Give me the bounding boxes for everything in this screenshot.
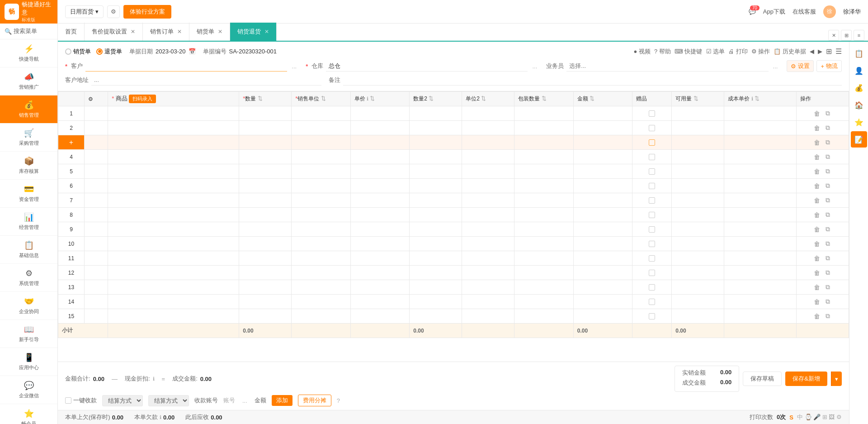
add-row-unit[interactable] <box>292 135 351 150</box>
col-avail-sort[interactable]: ⇅ <box>693 95 698 102</box>
tab-sales-order[interactable]: 销售订单 ✕ <box>143 23 189 41</box>
price-info-icon[interactable]: ℹ <box>367 96 368 101</box>
tab-price-extract[interactable]: 售价提取设置 ✕ <box>85 23 143 41</box>
col-pack-sort[interactable]: ⇅ <box>542 95 547 102</box>
calc-select[interactable]: 结算方式 <box>148 395 189 406</box>
toolbar-select[interactable]: ☑ 选单 <box>706 48 725 56</box>
add-row-product[interactable] <box>108 135 239 150</box>
sidebar-item-vip[interactable]: ⭐ 畅会员 <box>0 404 57 424</box>
tab-prev-btn[interactable]: ✕ <box>828 30 839 41</box>
row-gift-2[interactable] <box>632 121 672 135</box>
row-unit2-1[interactable] <box>462 106 514 121</box>
copy-icon[interactable]: ⧉ <box>824 269 832 277</box>
tab-list-btn[interactable]: ≡ <box>854 30 864 41</box>
sidebar-item-shortcuts[interactable]: ⚡ 快捷导航 <box>0 39 57 67</box>
tab-sales[interactable]: 销货单 ✕ <box>189 23 230 41</box>
add-payment-btn[interactable]: 添加 <box>272 395 292 406</box>
tab-sales-close[interactable]: ✕ <box>218 29 222 35</box>
cost-info-icon[interactable]: ℹ <box>751 96 753 101</box>
toolbar-ops[interactable]: ⚙ 操作 <box>751 48 770 56</box>
col-qty2-sort[interactable]: ⇅ <box>429 95 434 102</box>
calendar-icon[interactable]: 📅 <box>189 48 196 55</box>
sidebar-item-apps[interactable]: 📱 应用中心 <box>0 348 57 376</box>
row-amount-1[interactable] <box>573 106 632 121</box>
delete-icon[interactable]: 🗑 <box>813 283 821 291</box>
copy-icon[interactable]: ⧉ <box>824 182 832 190</box>
delete-icon[interactable]: 🗑 <box>813 167 821 176</box>
toolbar-prev[interactable]: ◀ <box>810 48 814 55</box>
col-unit-sort[interactable]: ⇅ <box>321 95 326 102</box>
delete-icon[interactable]: 🗑 <box>813 240 821 248</box>
copy-icon[interactable]: ⧉ <box>824 298 832 306</box>
one-click-checkbox-box[interactable] <box>65 397 71 404</box>
save-new-btn[interactable]: 保存&新增 <box>785 372 827 386</box>
remark-input[interactable] <box>343 75 842 86</box>
col-price-sort[interactable]: ⇅ <box>370 95 375 102</box>
tab-price-extract-close[interactable]: ✕ <box>131 29 135 35</box>
toolbar-view2[interactable]: ☰ <box>835 47 842 56</box>
settings-btn[interactable]: ⚙ 设置 <box>787 60 814 72</box>
sidebar-item-finance[interactable]: 💳 资金管理 <box>0 180 57 208</box>
split-btn[interactable]: 费用分摊 <box>298 395 331 406</box>
delete-icon[interactable]: 🗑 <box>813 254 821 262</box>
delete-icon[interactable]: 🗑 <box>813 298 821 306</box>
row-pack-1[interactable] <box>514 106 574 121</box>
sidebar-item-marketing[interactable]: 📣 营销推广 <box>0 67 57 95</box>
industry-selector[interactable]: 日用百货 ▾ <box>65 5 104 18</box>
message-badge[interactable]: 💬 70 <box>749 8 756 15</box>
delete-icon[interactable]: 🗑 <box>813 196 821 205</box>
toolbar-help[interactable]: ? 帮助 <box>654 48 671 56</box>
right-panel-btn-3[interactable]: 💰 <box>851 80 867 96</box>
delete-icon-2[interactable]: 🗑 <box>813 124 821 132</box>
add-row-avail[interactable] <box>672 135 724 150</box>
app-download-link[interactable]: App下载 <box>763 8 785 16</box>
right-panel-btn-5[interactable]: ⭐ <box>851 114 867 130</box>
sidebar-item-system[interactable]: ⚙ 系统管理 <box>0 264 57 292</box>
right-panel-btn-2[interactable]: 👤 <box>851 62 867 79</box>
right-panel-btn-4[interactable]: 🏠 <box>851 97 867 113</box>
right-panel-btn-1[interactable]: 📋 <box>851 45 867 62</box>
copy-icon[interactable]: ⧉ <box>824 153 832 161</box>
copy-icon[interactable]: ⧉ <box>824 211 832 219</box>
delete-icon[interactable]: 🗑 <box>813 153 821 161</box>
row-qty2-2[interactable] <box>410 121 462 135</box>
delete-icon-1[interactable]: 🗑 <box>813 110 821 118</box>
save-draft-btn[interactable]: 保存草稿 <box>743 372 782 386</box>
row-product-2[interactable] <box>108 121 239 135</box>
sidebar-item-sales[interactable]: 💰 销售管理 <box>0 95 57 124</box>
toolbar-video[interactable]: ● 视频 <box>634 48 651 56</box>
toolbar-shortcuts[interactable]: ⌨ 快捷键 <box>675 48 703 56</box>
add-row-btn[interactable]: + <box>58 135 85 150</box>
row-qty2-1[interactable] <box>410 106 462 121</box>
sidebar-search[interactable]: 🔍 搜索菜单 <box>0 24 57 39</box>
sidebar-item-basic-info[interactable]: 📋 基础信息 <box>0 236 57 264</box>
toolbar-history[interactable]: 📋 历史单据 <box>774 48 806 56</box>
row-price-1[interactable] <box>350 106 410 121</box>
row-qty-2[interactable] <box>239 121 292 135</box>
copy-icon-add[interactable]: ⧉ <box>824 138 832 147</box>
delete-icon[interactable]: 🗑 <box>813 211 821 219</box>
row-unit-1[interactable] <box>292 106 351 121</box>
tab-sales-return-close[interactable]: ✕ <box>264 29 269 35</box>
doc-date-value[interactable]: 2023-03-20 <box>156 48 186 55</box>
add-row-cost[interactable] <box>724 135 797 150</box>
tab-sales-return[interactable]: 销货退货 ✕ <box>230 23 277 41</box>
toolbar-next[interactable]: ▶ <box>818 48 822 55</box>
row-unit-2[interactable] <box>292 121 351 135</box>
right-panel-btn-6[interactable]: 📝 <box>851 131 867 148</box>
tab-grid-btn[interactable]: ⊞ <box>841 30 852 41</box>
row-amount-2[interactable] <box>573 121 632 135</box>
row-pack-2[interactable] <box>514 121 574 135</box>
tab-sales-order-close[interactable]: ✕ <box>177 29 182 35</box>
col-amount-sort[interactable]: ⇅ <box>590 95 594 102</box>
row-qty-1[interactable] <box>239 106 292 121</box>
col-unit2-sort[interactable]: ⇅ <box>481 95 486 102</box>
split-help-icon[interactable]: ? <box>337 397 340 404</box>
col-gear-header[interactable]: ⚙ <box>85 92 108 106</box>
radio-return[interactable]: 退货单 <box>96 48 122 56</box>
copy-icon[interactable]: ⧉ <box>824 240 832 248</box>
delete-icon[interactable]: 🗑 <box>813 269 821 277</box>
copy-icon[interactable]: ⧉ <box>824 312 832 320</box>
col-qty-sort[interactable]: ⇅ <box>258 95 263 102</box>
delete-icon[interactable]: 🗑 <box>813 312 821 320</box>
